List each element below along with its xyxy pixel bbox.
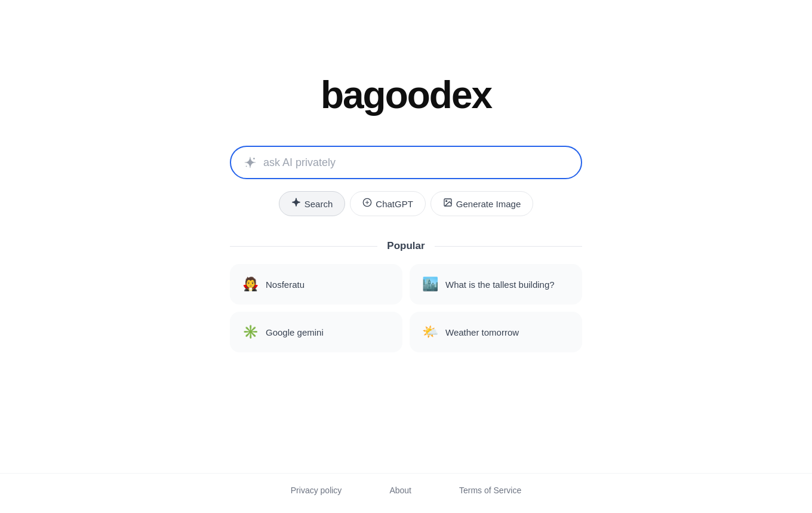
tallest-building-emoji: 🏙️ (422, 277, 438, 292)
popular-divider: Popular (230, 240, 582, 252)
search-input[interactable] (263, 156, 569, 169)
divider-right (435, 246, 582, 247)
generate-image-icon (443, 198, 453, 210)
popular-card-weather-tomorrow[interactable]: 🌤️ Weather tomorrow (410, 312, 582, 352)
google-gemini-emoji: ✳️ (242, 324, 259, 340)
chatgpt-icon (362, 198, 372, 210)
ai-search-icon (243, 155, 257, 170)
popular-card-google-gemini[interactable]: ✳️ Google gemini (230, 312, 402, 352)
about-link[interactable]: About (389, 486, 411, 495)
svg-point-3 (445, 201, 447, 202)
divider-left (230, 246, 377, 247)
tallest-building-text: What is the tallest building? (445, 279, 555, 290)
generate-image-button[interactable]: Generate Image (430, 191, 533, 216)
privacy-policy-link[interactable]: Privacy policy (291, 486, 342, 495)
search-box[interactable] (230, 146, 582, 179)
popular-section: Popular 🧛 Nosferatu 🏙️ What is the talle… (230, 240, 582, 352)
popular-card-nosferatu[interactable]: 🧛 Nosferatu (230, 264, 402, 305)
search-icon (291, 198, 301, 210)
svg-point-1 (246, 166, 247, 167)
main-content: bagoodex (0, 0, 812, 473)
popular-grid: 🧛 Nosferatu 🏙️ What is the tallest build… (230, 264, 582, 352)
weather-tomorrow-emoji: 🌤️ (422, 324, 438, 340)
page-wrapper: bagoodex (0, 0, 812, 513)
chatgpt-button[interactable]: ChatGPT (350, 191, 426, 216)
svg-point-0 (253, 158, 255, 159)
chatgpt-label: ChatGPT (376, 199, 413, 209)
search-label: Search (304, 199, 333, 209)
footer: Privacy policy About Terms of Service (0, 473, 812, 513)
search-container (230, 146, 582, 179)
nosferatu-text: Nosferatu (266, 279, 304, 290)
weather-tomorrow-text: Weather tomorrow (445, 327, 519, 337)
popular-title: Popular (387, 240, 425, 252)
action-buttons: Search ChatGPT (279, 191, 533, 216)
logo-container: bagoodex (321, 73, 491, 117)
terms-link[interactable]: Terms of Service (459, 486, 521, 495)
nosferatu-emoji: 🧛 (242, 277, 259, 292)
search-button[interactable]: Search (279, 191, 346, 216)
logo: bagoodex (321, 73, 491, 116)
google-gemini-text: Google gemini (266, 327, 324, 337)
generate-image-label: Generate Image (456, 199, 521, 209)
popular-card-tallest-building[interactable]: 🏙️ What is the tallest building? (410, 264, 582, 305)
